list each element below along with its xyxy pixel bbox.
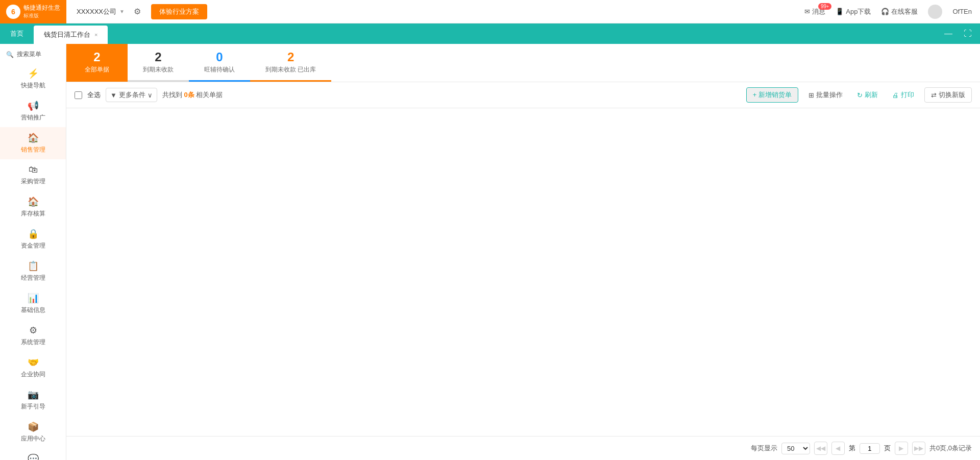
- headset-icon: 🎧: [881, 8, 889, 15]
- sidebar-item-sales[interactable]: 🏠 销售管理: [0, 127, 66, 159]
- logo-text-block: 畅捷通好生意 标准版: [23, 4, 60, 19]
- prev-page-icon: ◀: [836, 445, 840, 452]
- stat-num-all: 2: [93, 50, 100, 64]
- last-page-icon: ▶▶: [914, 445, 923, 452]
- tab-bar: 首页 钱货日清工作台 × — ⛶: [0, 23, 980, 44]
- app-download-btn[interactable]: 📱 App下载: [836, 7, 871, 16]
- stat-label-overdue: 到期未收款: [143, 65, 174, 74]
- logo-main-text: 畅捷通好生意: [23, 4, 60, 12]
- sidebar-item-quick-nav-label: 快捷导航: [21, 81, 45, 90]
- filter-label: 更多条件: [119, 90, 145, 100]
- camera-icon: 📷: [28, 389, 39, 400]
- page-size-label: 每页显示: [751, 444, 777, 453]
- found-prefix: 共找到: [162, 91, 182, 99]
- sidebar-item-purchase[interactable]: 🛍 采购管理: [0, 159, 66, 191]
- stat-tab-shipped[interactable]: 2 到期未收款 已出库: [250, 44, 331, 82]
- online-service-btn[interactable]: 🎧 在线客服: [881, 7, 918, 16]
- sidebar-item-guide[interactable]: 📷 新手引导: [0, 384, 66, 416]
- sidebar-item-base-info[interactable]: 📊 基础信息: [0, 287, 66, 320]
- sidebar-item-cooperation[interactable]: 🤝 企业协同: [0, 352, 66, 384]
- sidebar-item-system[interactable]: ⚙ 系统管理: [0, 320, 66, 352]
- tab-active[interactable]: 钱货日清工作台 ×: [34, 26, 108, 44]
- stat-label-shipped: 到期未收款 已出库: [265, 65, 316, 74]
- tab-bar-actions: — ⛶: [941, 27, 980, 41]
- refresh-icon: ↻: [857, 91, 863, 99]
- sidebar-search-row[interactable]: 🔍 搜索菜单: [0, 46, 66, 63]
- switch-icon: ⇄: [931, 91, 937, 99]
- avatar: [928, 5, 942, 19]
- sidebar-item-operations-label: 经营管理: [21, 274, 45, 282]
- stat-tab-all[interactable]: 2 全部单据: [66, 44, 128, 82]
- page-label: 第: [849, 444, 855, 453]
- tab-active-label: 钱货日清工作台: [44, 30, 90, 39]
- minimize-icon: —: [944, 29, 952, 38]
- wechat-icon: 💬: [28, 453, 39, 460]
- tab-maximize-btn[interactable]: ⛶: [961, 27, 975, 41]
- sidebar-item-operations[interactable]: 📋 经营管理: [0, 255, 66, 287]
- print-button[interactable]: 🖨 打印: [888, 88, 918, 102]
- sidebar-item-quick-nav[interactable]: ⚡ 快捷导航: [0, 63, 66, 95]
- prev-page-btn[interactable]: ◀: [831, 442, 845, 455]
- pagination-bar: 每页显示 50 10 20 100 ◀◀ ◀ 第 页 ▶ ▶▶ 共0页,0: [66, 436, 980, 460]
- gear-icon: ⚙: [134, 7, 141, 16]
- filter-icon: ▼: [110, 91, 117, 99]
- clipboard-icon: 📋: [28, 260, 39, 272]
- tab-home-label: 首页: [10, 29, 23, 38]
- sidebar: 🔍 搜索菜单 ⚡ 快捷导航 📢 营销推广 🏠 销售管理 🛍 采购管理 🏠 库存核…: [0, 44, 66, 460]
- page-size-select[interactable]: 50 10 20 100: [781, 443, 810, 454]
- company-selector[interactable]: XXXXXX公司 ▼: [77, 7, 125, 16]
- maximize-icon: ⛶: [964, 29, 972, 38]
- flash-icon: ⚡: [28, 68, 39, 79]
- sidebar-item-wechat[interactable]: 💬 企业微信: [0, 448, 66, 460]
- user-avatar-btn[interactable]: [928, 5, 942, 19]
- toolbar: 全选 ▼ 更多条件 ∨ 共找到 0条 相关单据 + 新增销货单 ⊞: [66, 82, 980, 108]
- batch-operation-button[interactable]: ⊞ 批量操作: [804, 88, 847, 102]
- sidebar-item-marketing[interactable]: 📢 营销推广: [0, 95, 66, 127]
- sidebar-item-marketing-label: 营销推广: [21, 113, 45, 122]
- filter-button[interactable]: ▼ 更多条件 ∨: [106, 88, 157, 102]
- user-name: OfTEn: [952, 8, 972, 15]
- sidebar-item-purchase-label: 采购管理: [21, 177, 45, 186]
- logo-area: 6 畅捷通好生意 标准版: [0, 0, 66, 23]
- settings-button[interactable]: ⚙: [130, 4, 145, 19]
- found-count: 0条: [184, 91, 194, 99]
- found-text: 共找到 0条 相关单据: [162, 90, 223, 100]
- trial-button[interactable]: 体验行业方案: [151, 4, 207, 19]
- add-sales-order-button[interactable]: + 新增销货单: [746, 87, 798, 103]
- select-all-checkbox[interactable]: [75, 91, 82, 99]
- tab-close-icon[interactable]: ×: [94, 32, 97, 38]
- print-label: 打印: [901, 90, 914, 100]
- page-input[interactable]: [860, 443, 880, 454]
- add-btn-label: + 新增销货单: [753, 90, 792, 100]
- stat-tab-overdue[interactable]: 2 到期未收款: [128, 44, 189, 82]
- stat-tab-pending[interactable]: 0 旺辅待确认: [189, 44, 250, 82]
- handshake-icon: 🤝: [28, 357, 39, 368]
- batch-icon: ⊞: [808, 91, 814, 99]
- search-icon: 🔍: [6, 51, 14, 58]
- refresh-button[interactable]: ↻ 刷新: [853, 88, 882, 102]
- stat-num-shipped: 2: [287, 50, 294, 64]
- bag-icon: 🛍: [29, 164, 38, 175]
- message-badge: 99+: [818, 3, 831, 10]
- sidebar-item-guide-label: 新手引导: [21, 402, 45, 411]
- total-text: 共0页,0条记录: [929, 444, 972, 453]
- sidebar-item-app-center[interactable]: 📦 应用中心: [0, 416, 66, 448]
- sidebar-item-finance[interactable]: 🔒 资金管理: [0, 223, 66, 255]
- content-area: 2 全部单据 2 到期未收款 0 旺辅待确认 2 到期未收款 已出库 全选: [66, 44, 980, 460]
- next-page-icon: ▶: [899, 445, 903, 452]
- system-icon: ⚙: [29, 325, 37, 336]
- online-service-label: 在线客服: [891, 7, 918, 16]
- switch-version-button[interactable]: ⇄ 切换新版: [924, 87, 972, 103]
- message-btn[interactable]: ✉ 消息 99+: [804, 7, 825, 16]
- tab-minimize-btn[interactable]: —: [941, 27, 955, 41]
- sidebar-item-inventory[interactable]: 🏠 库存核算: [0, 191, 66, 223]
- tab-home[interactable]: 首页: [0, 23, 34, 44]
- first-page-btn[interactable]: ◀◀: [814, 442, 827, 455]
- sidebar-search-label: 搜索菜单: [17, 50, 41, 59]
- logo-sub-text: 标准版: [23, 12, 60, 19]
- company-name: XXXXXX公司: [77, 7, 116, 16]
- next-page-btn[interactable]: ▶: [895, 442, 908, 455]
- last-page-btn[interactable]: ▶▶: [912, 442, 925, 455]
- refresh-label: 刷新: [865, 90, 878, 100]
- filter-chevron-icon: ∨: [148, 91, 153, 99]
